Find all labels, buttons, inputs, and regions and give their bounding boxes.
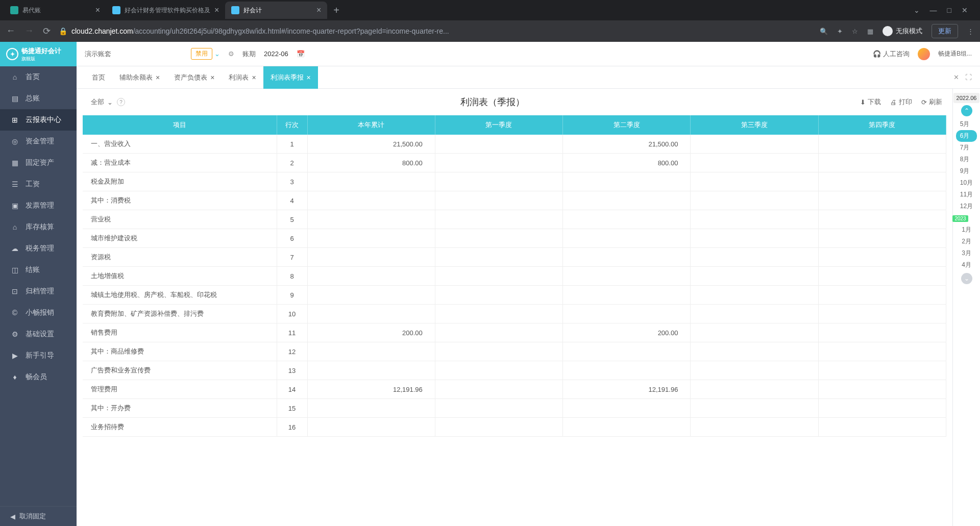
content-tab[interactable]: 利润表× xyxy=(222,66,263,89)
minimize-button[interactable]: — xyxy=(930,6,937,14)
month-item[interactable]: 9月 xyxy=(956,165,977,177)
sidebar-item[interactable]: ⚙基础设置 xyxy=(0,323,77,345)
logo-area[interactable]: ✦ 畅捷通好会计 旗舰版 xyxy=(0,42,77,66)
url-box[interactable]: 🔒 cloud2.chanjet.com/accounting/uh26t264… xyxy=(59,27,812,35)
chevron-down-icon[interactable]: ⌄ xyxy=(914,6,920,14)
maximize-button[interactable]: □ xyxy=(947,6,951,14)
gear-icon[interactable]: ⚙ xyxy=(228,50,234,58)
table-row[interactable]: 税金及附加 3 xyxy=(83,172,946,191)
table-row[interactable]: 城市维护建设税 6 xyxy=(83,229,946,248)
support-link[interactable]: 🎧 人工咨询 xyxy=(873,49,910,59)
table-row[interactable]: 业务招待费 16 xyxy=(83,418,946,437)
content-tab[interactable]: 首页 xyxy=(85,66,112,89)
sidebar-item[interactable]: ◫结账 xyxy=(0,259,77,281)
table-row[interactable]: 其中：开办费 15 xyxy=(83,399,946,418)
q4-cell xyxy=(818,380,946,399)
account-dropdown-icon[interactable]: ⌄ xyxy=(214,50,220,58)
close-window-button[interactable]: ✕ xyxy=(962,6,968,14)
nav-label: 首页 xyxy=(26,72,40,82)
sidebar-item[interactable]: ⌂首页 xyxy=(0,66,77,88)
table-row[interactable]: 销售费用 11 200.00 200.00 xyxy=(83,323,946,342)
browser-tab[interactable]: 好会计× xyxy=(225,2,327,19)
sidebar-item[interactable]: ⊞云报表中心 xyxy=(0,109,77,131)
month-item[interactable]: 3月 xyxy=(958,247,975,259)
table-container[interactable]: 项目行次本年累计第一季度第二季度第三季度第四季度 一、营业收入 1 21,500… xyxy=(83,115,946,522)
tab-close-icon[interactable]: × xyxy=(316,6,321,15)
tab-close-icon[interactable]: × xyxy=(307,73,311,82)
tab-label: 利润表 xyxy=(229,73,249,82)
table-row[interactable]: 营业税 5 xyxy=(83,210,946,229)
back-button[interactable]: ← xyxy=(6,26,15,37)
sidebar-item[interactable]: ▶新手引导 xyxy=(0,345,77,366)
help-icon[interactable]: ? xyxy=(117,98,125,106)
footer-label: 取消固定 xyxy=(19,512,46,521)
table-row[interactable]: 资源税 7 xyxy=(83,248,946,267)
month-item[interactable]: 4月 xyxy=(958,259,975,271)
content-tab[interactable]: 资产负债表× xyxy=(167,66,222,89)
tab-close-icon[interactable]: × xyxy=(95,6,100,15)
sidebar-item[interactable]: ♦畅会员 xyxy=(0,366,77,388)
sidebar-item[interactable]: ▤总账 xyxy=(0,88,77,109)
tab-close-icon[interactable]: × xyxy=(156,73,160,82)
menu-icon[interactable]: ⋮ xyxy=(967,28,974,35)
user-name[interactable]: 畅捷通B组... xyxy=(938,49,972,58)
table-row[interactable]: 一、营业收入 1 21,500.00 21,500.00 xyxy=(83,135,946,154)
star-icon[interactable]: ☆ xyxy=(852,28,858,35)
update-button[interactable]: 更新 xyxy=(932,24,958,38)
table-row[interactable]: 管理费用 14 12,191.96 12,191.96 xyxy=(83,380,946,399)
content-tab[interactable]: 利润表季报× xyxy=(263,66,318,89)
row-num-cell: 16 xyxy=(277,418,307,437)
browser-tab[interactable]: 好会计财务管理软件购买价格及× xyxy=(106,2,225,19)
scroll-down-button[interactable]: ⌄ xyxy=(961,273,972,284)
table-row[interactable]: 土地增值税 8 xyxy=(83,267,946,286)
table-row[interactable]: 其中：消费税 4 xyxy=(83,191,946,210)
user-avatar[interactable] xyxy=(918,48,930,60)
q3-cell xyxy=(691,323,818,342)
sidebar-item[interactable]: ▦固定资产 xyxy=(0,152,77,173)
search-icon[interactable]: 🔍 xyxy=(820,28,828,35)
table-row[interactable]: 其中：商品维修费 12 xyxy=(83,342,946,361)
month-item[interactable]: 12月 xyxy=(956,201,977,212)
month-item[interactable]: 6月 xyxy=(956,130,977,142)
browser-tab[interactable]: 易代账× xyxy=(4,2,106,19)
sidebar-item[interactable]: ▣发票管理 xyxy=(0,195,77,216)
forward-button[interactable]: → xyxy=(24,26,34,37)
sidebar-item[interactable]: ☁税务管理 xyxy=(0,238,77,259)
month-item[interactable]: 1月 xyxy=(958,224,975,236)
month-item[interactable]: 8月 xyxy=(956,154,977,165)
month-item[interactable]: 2月 xyxy=(958,236,975,247)
month-item[interactable]: 10月 xyxy=(956,177,977,189)
reload-button[interactable]: ⟳ xyxy=(43,26,51,37)
table-row[interactable]: 教育费附加、矿产资源补偿费、排污费 10 xyxy=(83,305,946,323)
table-row[interactable]: 减：营业成本 2 800.00 800.00 xyxy=(83,154,946,172)
sidebar-item[interactable]: ⌂库存核算 xyxy=(0,216,77,238)
new-tab-button[interactable]: + xyxy=(327,5,346,16)
puzzle-icon[interactable]: ▦ xyxy=(867,28,873,35)
content-tab[interactable]: 辅助余额表× xyxy=(112,66,167,89)
month-item[interactable]: 11月 xyxy=(956,189,977,201)
scroll-up-button[interactable]: ⌃ xyxy=(961,105,972,116)
print-button[interactable]: 🖨打印 xyxy=(890,97,912,107)
sidebar-item[interactable]: ©小畅报销 xyxy=(0,302,77,323)
month-item[interactable]: 7月 xyxy=(956,142,977,154)
extension-icon[interactable]: ✦ xyxy=(837,28,843,35)
filter-select[interactable]: 全部 ⌄ xyxy=(87,97,117,107)
table-row[interactable]: 广告费和业务宣传费 13 xyxy=(83,361,946,380)
table-row[interactable]: 城镇土地使用税、房产税、车船税、印花税 9 xyxy=(83,286,946,305)
tab-close-icon[interactable]: × xyxy=(210,73,214,82)
month-item[interactable]: 5月 xyxy=(956,118,977,130)
disable-button[interactable]: 禁用 xyxy=(191,48,212,60)
sidebar-footer[interactable]: ◀ 取消固定 xyxy=(0,506,77,526)
tab-close-icon[interactable]: × xyxy=(252,73,256,82)
refresh-button[interactable]: ⟳刷新 xyxy=(921,97,942,107)
sidebar-item[interactable]: ⊡归档管理 xyxy=(0,281,77,302)
close-all-tabs-icon[interactable]: ✕ xyxy=(953,73,959,81)
fullscreen-icon[interactable]: ⛶ xyxy=(965,73,972,81)
download-button[interactable]: ⬇下载 xyxy=(860,97,881,107)
sidebar-item[interactable]: ◎资金管理 xyxy=(0,131,77,152)
sidebar-item[interactable]: ☰工资 xyxy=(0,173,77,195)
calendar-icon[interactable]: 📅 xyxy=(297,50,305,58)
tab-close-icon[interactable]: × xyxy=(214,6,219,15)
q2-cell xyxy=(563,267,691,286)
q4-cell xyxy=(818,399,946,418)
